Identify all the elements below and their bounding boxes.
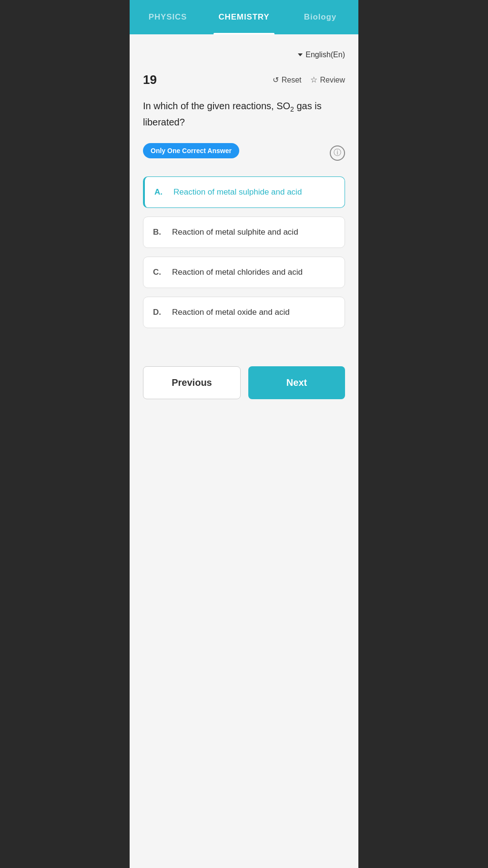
option-b-label: B. bbox=[153, 227, 164, 237]
option-a-label: A. bbox=[154, 187, 166, 197]
option-c-text: Reaction of metal chlorides and acid bbox=[172, 268, 303, 277]
tab-bar: PHYSICS CHEMISTRY Biology bbox=[130, 0, 358, 34]
phone-container: PHYSICS CHEMISTRY Biology English(En) 19… bbox=[130, 0, 358, 868]
next-label: Next bbox=[286, 377, 307, 388]
language-label: English(En) bbox=[305, 51, 345, 59]
info-button[interactable]: ⓘ bbox=[330, 145, 345, 161]
question-text-part1: In which of the given reactions, SO bbox=[143, 101, 290, 111]
language-button[interactable]: English(En) bbox=[298, 51, 345, 59]
options-list: A. Reaction of metal sulphide and acid B… bbox=[143, 176, 345, 328]
question-actions: ↺ Reset ☆ Review bbox=[273, 75, 345, 85]
previous-label: Previous bbox=[172, 377, 212, 388]
option-c[interactable]: C. Reaction of metal chlorides and acid bbox=[143, 257, 345, 288]
option-b[interactable]: B. Reaction of metal sulphite and acid bbox=[143, 217, 345, 248]
question-subscript: 2 bbox=[290, 105, 294, 113]
tab-biology[interactable]: Biology bbox=[282, 0, 358, 34]
language-selector: English(En) bbox=[143, 51, 345, 59]
option-b-text: Reaction of metal sulphite and acid bbox=[172, 227, 298, 237]
content-area: English(En) 19 ↺ Reset ☆ Review In which… bbox=[130, 34, 358, 357]
reset-icon: ↺ bbox=[273, 75, 279, 84]
tab-physics-label: PHYSICS bbox=[149, 12, 187, 22]
bottom-nav: Previous Next bbox=[130, 357, 358, 418]
review-button[interactable]: ☆ Review bbox=[310, 75, 345, 85]
tab-biology-label: Biology bbox=[304, 12, 336, 22]
tab-chemistry[interactable]: CHEMISTRY bbox=[206, 0, 282, 34]
tab-chemistry-label: CHEMISTRY bbox=[218, 12, 269, 22]
question-header: 19 ↺ Reset ☆ Review bbox=[143, 72, 345, 87]
answer-type-badge: Only One Correct Answer bbox=[143, 143, 239, 158]
reset-label: Reset bbox=[282, 76, 302, 84]
answer-type-row: Only One Correct Answer ⓘ bbox=[143, 143, 345, 163]
option-a[interactable]: A. Reaction of metal sulphide and acid bbox=[143, 176, 345, 208]
tab-physics[interactable]: PHYSICS bbox=[130, 0, 206, 34]
previous-button[interactable]: Previous bbox=[143, 366, 241, 399]
chevron-down-icon bbox=[298, 53, 303, 56]
option-d-label: D. bbox=[153, 308, 164, 317]
option-c-label: C. bbox=[153, 268, 164, 277]
star-icon: ☆ bbox=[310, 75, 317, 85]
question-text: In which of the given reactions, SO2 gas… bbox=[143, 99, 345, 130]
reset-button[interactable]: ↺ Reset bbox=[273, 75, 302, 84]
option-d[interactable]: D. Reaction of metal oxide and acid bbox=[143, 297, 345, 328]
review-label: Review bbox=[320, 76, 345, 84]
option-d-text: Reaction of metal oxide and acid bbox=[172, 308, 290, 317]
question-number: 19 bbox=[143, 72, 157, 87]
option-a-text: Reaction of metal sulphide and acid bbox=[173, 187, 302, 197]
next-button[interactable]: Next bbox=[248, 366, 345, 399]
